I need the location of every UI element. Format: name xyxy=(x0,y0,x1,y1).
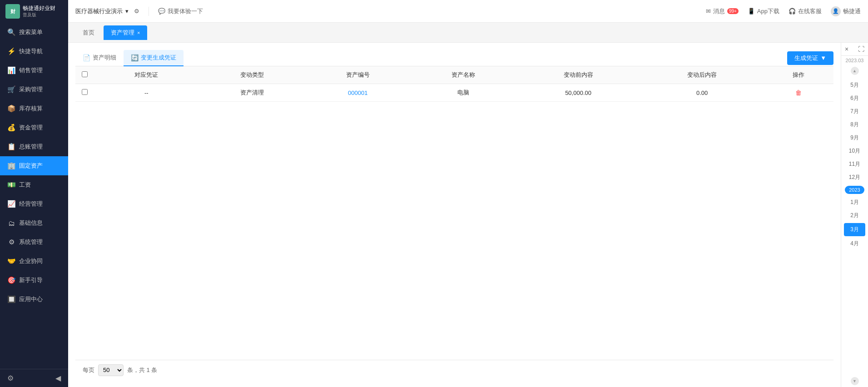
sidebar-sales-icon: 📊 xyxy=(7,66,15,74)
settings-gear-icon[interactable]: ⚙ xyxy=(134,8,139,15)
app-logo: 财 畅捷通好业财 普及版 xyxy=(0,0,68,23)
asset-table-container: 对应凭证 变动类型 资产编号 资产名称 变动前内容 变动后内容 操作 -- 资产… xyxy=(75,66,833,360)
logo-text: 畅捷通好业财 普及版 xyxy=(23,5,55,18)
message-badge: 99+ xyxy=(727,8,739,14)
sidebar-quicknav-label: 快捷导航 xyxy=(19,47,43,55)
sidebar-item-salary[interactable]: 💵工资 xyxy=(0,175,68,194)
sidebar-guide-label: 新手引导 xyxy=(19,276,43,284)
subtab-change-voucher[interactable]: 🔄 变更生成凭证 xyxy=(124,50,184,66)
month-item[interactable]: 11月 xyxy=(841,158,868,171)
sidebar-item-business[interactable]: 📈经营管理 xyxy=(0,194,68,213)
sidebar-salary-icon: 💵 xyxy=(7,181,15,189)
total-label: 条，共 1 条 xyxy=(127,366,157,374)
subtab-asset-detail[interactable]: 📄 资产明细 xyxy=(75,50,124,66)
asset-detail-icon: 📄 xyxy=(83,54,90,61)
home-label: 首页 xyxy=(83,29,94,37)
company-name: 医疗器械行业演示 xyxy=(75,7,123,15)
settings-icon[interactable]: ⚙ xyxy=(7,374,14,382)
sidebar-business-label: 经营管理 xyxy=(19,200,43,208)
sidebar-inventory-label: 库存核算 xyxy=(19,104,43,113)
sidebar-inventory-icon: 📦 xyxy=(7,104,15,113)
month-item[interactable]: 2月 xyxy=(841,209,868,222)
sidebar-basic-label: 基础信息 xyxy=(19,219,43,227)
online-service-btn[interactable]: 🎧 在线客服 xyxy=(789,7,822,15)
sidebar-item-basic[interactable]: 🗂基础信息 xyxy=(0,213,68,233)
cell-after-change: 0.00 xyxy=(640,84,764,102)
panel-expand-icon[interactable]: ⛶ xyxy=(858,45,864,53)
user-btn[interactable]: 👤 畅捷通 xyxy=(831,6,861,16)
tab-home[interactable]: 首页 xyxy=(75,25,102,40)
month-item[interactable]: 9月 xyxy=(841,131,868,144)
tab-close-icon[interactable]: × xyxy=(137,30,140,35)
month-item[interactable]: 8月 xyxy=(841,118,868,131)
month-nav-down[interactable]: ▼ xyxy=(849,375,861,387)
col-action: 操作 xyxy=(764,66,833,84)
month-item[interactable]: 6月 xyxy=(841,92,868,105)
sidebar-system-label: 系统管理 xyxy=(19,238,43,246)
cell-before-change: 50,000.00 xyxy=(516,84,640,102)
logo-icon: 财 xyxy=(5,4,20,19)
col-change-type: 变动类型 xyxy=(199,66,305,84)
content-area: 📄 资产明细 🔄 变更生成凭证 生成凭证 ▼ xyxy=(68,43,868,387)
month-item[interactable]: 1月 xyxy=(841,196,868,209)
col-asset-name: 资产名称 xyxy=(411,66,516,84)
app-download-btn[interactable]: 📱 App下载 xyxy=(748,7,779,15)
nav-up-btn[interactable]: ▲ xyxy=(851,67,859,75)
message-btn[interactable]: ✉ 消息 99+ xyxy=(706,7,739,15)
col-after-change: 变动后内容 xyxy=(640,66,764,84)
message-icon: ✉ xyxy=(706,8,711,15)
row-checkbox-cell xyxy=(75,84,94,102)
delete-btn[interactable]: 🗑 xyxy=(795,89,802,96)
cell-action: 🗑 xyxy=(764,84,833,102)
collapse-icon[interactable]: ◀ xyxy=(55,374,61,382)
sidebar-collab-icon: 🤝 xyxy=(7,257,15,265)
sidebar-quicknav-icon: ⚡ xyxy=(7,47,15,55)
sidebar-system-icon: ⚙ xyxy=(7,238,15,246)
sidebar-purchase-icon: 🛒 xyxy=(7,85,15,94)
feedback-btn[interactable]: 💬 我要体验一下 xyxy=(158,7,203,15)
generate-voucher-btn[interactable]: 生成凭证 ▼ xyxy=(787,51,833,65)
tab-asset-manage[interactable]: 资产管理 × xyxy=(104,25,147,40)
sidebar-item-ledger[interactable]: 📋总账管理 xyxy=(0,137,68,156)
month-item[interactable]: 12月 xyxy=(841,171,868,184)
sidebar-item-guide[interactable]: 🎯新手引导 xyxy=(0,271,68,290)
month-item[interactable]: 4月 xyxy=(841,237,868,250)
sidebar-item-collab[interactable]: 🤝企业协同 xyxy=(0,252,68,271)
sidebar-item-quicknav[interactable]: ⚡快捷导航 xyxy=(0,42,68,61)
sidebar-item-purchase[interactable]: 🛒采购管理 xyxy=(0,80,68,99)
month-item[interactable]: 10月 xyxy=(841,144,868,158)
sidebar-item-sales[interactable]: 📊销售管理 xyxy=(0,61,68,80)
month-item[interactable]: 3月 xyxy=(844,223,865,236)
select-all-checkbox[interactable] xyxy=(82,71,88,77)
panel-close-icon[interactable]: × xyxy=(845,45,848,53)
sidebar-item-system[interactable]: ⚙系统管理 xyxy=(0,233,68,252)
dropdown-icon: ▾ xyxy=(125,8,129,15)
topbar: 医疗器械行业演示 ▾ ⚙ 💬 我要体验一下 ✉ 消息 99+ 📱 App下载 🎧… xyxy=(68,0,868,23)
change-voucher-icon: 🔄 xyxy=(131,54,139,61)
subtab-header: 📄 资产明细 🔄 变更生成凭证 生成凭证 ▼ xyxy=(75,50,833,66)
cell-asset-code: 000001 xyxy=(305,84,411,102)
col-voucher: 对应凭证 xyxy=(94,66,199,84)
sidebar-item-fixed[interactable]: 🏢固定资产 xyxy=(0,156,68,175)
row-checkbox[interactable] xyxy=(82,89,88,95)
username-label: 畅捷通 xyxy=(843,7,861,15)
sidebar-item-appstore[interactable]: 🔲应用中心 xyxy=(0,290,68,309)
download-icon: 📱 xyxy=(748,8,755,15)
sidebar-item-inventory[interactable]: 📦库存核算 xyxy=(0,99,68,118)
sidebar-footer: ⚙ ◀ xyxy=(0,369,68,387)
sidebar-finance-label: 资金管理 xyxy=(19,124,43,132)
per-page-label: 每页 xyxy=(83,366,94,374)
tab-asset-label: 资产管理 xyxy=(111,29,134,37)
page-size-select[interactable]: 102050100 xyxy=(98,364,124,376)
sidebar-item-search[interactable]: 🔍搜索菜单 xyxy=(0,23,68,42)
subtab-change-voucher-label: 变更生成凭证 xyxy=(141,54,176,62)
month-item[interactable]: 7月 xyxy=(841,105,868,118)
company-selector[interactable]: 医疗器械行业演示 ▾ xyxy=(75,7,129,15)
nav-down-btn[interactable]: ▼ xyxy=(851,377,859,385)
month-nav-up[interactable]: ▲ xyxy=(849,65,861,77)
sidebar-item-finance[interactable]: 💰资金管理 xyxy=(0,118,68,137)
app-download-label: App下载 xyxy=(757,7,779,15)
sidebar-finance-icon: 💰 xyxy=(7,124,15,132)
month-item[interactable]: 5月 xyxy=(841,79,868,92)
feedback-label: 我要体验一下 xyxy=(168,7,203,15)
